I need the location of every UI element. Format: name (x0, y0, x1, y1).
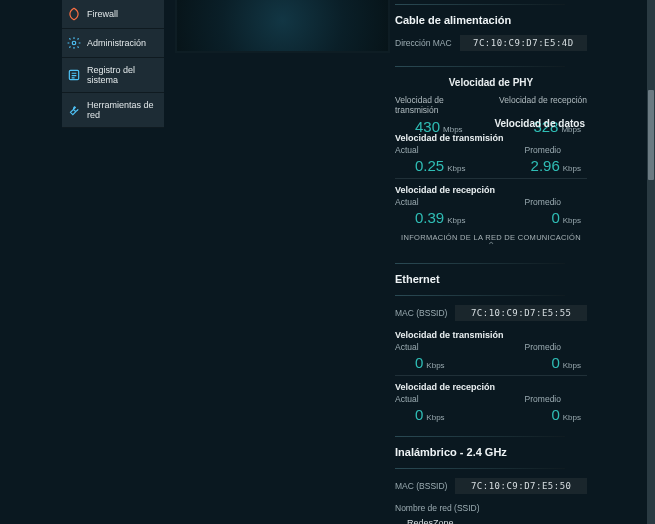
mac-label: Dirección MAC (395, 38, 452, 48)
phy-section: Velocidad de PHY Velocidad de transmisió… (395, 66, 587, 129)
eth-rx-actual: 0 (415, 406, 423, 423)
eth-rx-label: Velocidad de recepción (395, 382, 587, 392)
menu-firewall[interactable]: Firewall (62, 0, 164, 29)
wifi-section: Inalámbrico - 2.4 GHz MAC (BSSID) 7C:10:… (395, 436, 587, 524)
eth-rx-avg: 0 (551, 406, 559, 423)
data-tx-avg: 2.96 (531, 157, 560, 174)
data-rx-avg: 0 (551, 209, 559, 226)
eth-bssid-label: MAC (BSSID) (395, 308, 447, 318)
svg-point-0 (72, 41, 76, 45)
ssid-label: Nombre de red (SSID) (395, 503, 587, 513)
admin-icon (67, 36, 81, 50)
syslog-icon (67, 68, 81, 82)
data-tx-actual: 0.25 (415, 157, 444, 174)
firewall-icon (67, 7, 81, 21)
ethernet-section: Ethernet MAC (BSSID) 7C:10:C9:D7:E5:55 V… (395, 263, 587, 424)
device-preview (175, 0, 390, 53)
eth-tx-label: Velocidad de transmisión (395, 330, 587, 340)
ssid-value: RedesZone (395, 513, 587, 524)
eth-tx-avg: 0 (551, 354, 559, 371)
wifi-title: Inalámbrico - 2.4 GHz (395, 443, 587, 464)
eth-bssid: 7C:10:C9:D7:E5:55 (455, 305, 587, 321)
menu-nettools[interactable]: Herramientas de red (62, 93, 164, 128)
wifi-bssid: 7C:10:C9:D7:E5:50 (455, 478, 587, 494)
menu-admin[interactable]: Administración (62, 29, 164, 58)
menu-label: Herramientas de red (87, 100, 159, 120)
scrollbar-thumb[interactable] (648, 90, 654, 180)
power-section: Cable de alimentación Dirección MAC 7C:1… (395, 4, 587, 54)
eth-tx-actual: 0 (415, 354, 423, 371)
data-tx-section: Velocidad de transmisión ActualPromedio … (395, 133, 587, 251)
phy-rx-label: Velocidad de recepción (499, 95, 587, 115)
data-rx-label: Velocidad de recepción (395, 185, 587, 195)
power-title: Cable de alimentación (395, 11, 587, 32)
phy-title: Velocidad de PHY (395, 77, 587, 88)
detail-panel: Cable de alimentación Dirección MAC 7C:1… (395, 0, 587, 524)
menu-syslog[interactable]: Registro del sistema (62, 58, 164, 93)
menu-label: Registro del sistema (87, 65, 159, 85)
sidebar: Firewall Administración Registro del sis… (62, 0, 164, 128)
menu-label: Firewall (87, 9, 118, 19)
power-mac: 7C:10:C9:D7:E5:4D (460, 35, 587, 51)
wifi-bssid-label: MAC (BSSID) (395, 481, 447, 491)
menu-label: Administración (87, 38, 146, 48)
scrollbar[interactable] (647, 0, 655, 524)
data-rx-actual: 0.39 (415, 209, 444, 226)
tools-icon (67, 103, 81, 117)
phy-tx-label: Velocidad de transmisión (395, 95, 475, 115)
eth-title: Ethernet (395, 270, 587, 291)
